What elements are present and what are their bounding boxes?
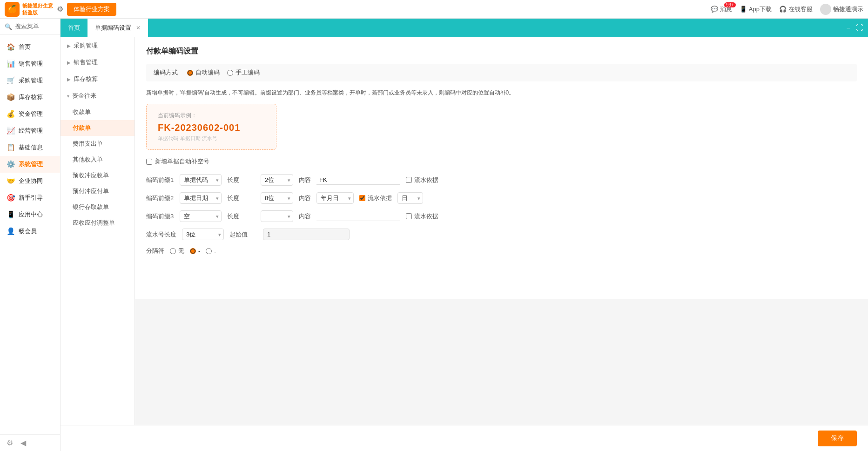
prefix3-serial-check[interactable] [406, 213, 412, 219]
prefix2-select[interactable]: 单据日期 部门 业务员 空 [180, 192, 222, 204]
manual-encoding-radio[interactable] [227, 70, 233, 76]
submenu-item-receipt[interactable]: 收款单 [61, 104, 135, 120]
prefix1-select[interactable]: 单据代码 部门 业务员 空 [180, 174, 222, 186]
prefix1-length-select[interactable]: 2位 3位 4位 [261, 174, 293, 186]
sidebar-item-sales[interactable]: 📊 销售管理 [0, 55, 60, 72]
guide-icon: 🎯 [7, 194, 15, 202]
submenu-item-payment[interactable]: 付款单 [61, 120, 135, 136]
sidebar-nav: 🏠 首页 📊 销售管理 🛒 采购管理 📦 库存核算 💰 资金管理 📈 经 [0, 35, 60, 434]
separator-row: 分隔符 无 - . [146, 247, 857, 255]
prefix3-content-input[interactable] [316, 212, 400, 221]
preview-desc: 单据代码-单据日期-流水号 [158, 135, 265, 142]
sep-dot-radio[interactable] [206, 248, 212, 254]
sidebar-item-finance[interactable]: 💰 资金管理 [0, 106, 60, 122]
submenu-group-purchase: ▶ 采购管理 [61, 37, 135, 54]
auto-encoding-option[interactable]: 自动编码 [187, 68, 220, 77]
page-title: 付款单编码设置 [146, 47, 857, 56]
prefix1-content-input[interactable] [316, 175, 400, 185]
prefix2-length-select[interactable]: 8位 6位 4位 [261, 192, 293, 204]
serial-start-input[interactable] [263, 229, 350, 240]
submenu-item-expense[interactable]: 费用支出单 [61, 136, 135, 152]
sep-dash-option[interactable]: - [190, 248, 200, 255]
prefix1-label: 编码前缀1 [146, 176, 174, 184]
minimize-icon[interactable]: － [845, 23, 852, 33]
prefix1-serial-checkbox[interactable]: 流水依据 [406, 176, 438, 184]
prefix1-length-label: 长度 [227, 176, 255, 184]
sep-none-radio[interactable] [170, 248, 176, 254]
manual-encoding-option[interactable]: 手工编码 [227, 68, 260, 77]
finance-icon: 💰 [7, 110, 15, 118]
tab-close-icon[interactable]: ✕ [136, 25, 141, 31]
encoding-method-row: 编码方式 自动编码 手工编码 [146, 64, 857, 81]
prefix2-serial-check[interactable] [359, 195, 365, 201]
topbar-right: 💬 消息 99+ 📱 App下载 🎧 在线客服 畅捷通演示 [711, 4, 863, 15]
prefix3-serial-checkbox[interactable]: 流水依据 [406, 212, 438, 221]
sidebar-item-operations[interactable]: 📈 经营管理 [0, 122, 60, 139]
prefix1-length-wrapper: 2位 3位 4位 [261, 174, 293, 186]
sidebar-item-base[interactable]: 📋 基础信息 [0, 139, 60, 156]
service-button[interactable]: 🎧 在线客服 [779, 5, 813, 13]
arrow-icon: ▶ [67, 60, 71, 65]
sidebar-item-home[interactable]: 🏠 首页 [0, 39, 60, 55]
submenu-funds-title[interactable]: ▾ 资金往来 [61, 88, 135, 104]
topbar-nav: ⚙ [57, 5, 63, 13]
prefix1-serial-check[interactable] [406, 177, 412, 183]
sep-dot-option[interactable]: . [206, 248, 216, 255]
serial-start-label: 起始值 [229, 230, 257, 239]
gear-icon[interactable]: ⚙ [57, 5, 63, 13]
submenu-group-funds: ▾ 资金往来 收款单 付款单 费用支出单 其他收入单 预收冲应收单 预付冲应付单… [61, 88, 135, 231]
trial-button[interactable]: 体验行业方案 [67, 3, 116, 16]
prefix3-length-select[interactable] [261, 210, 293, 222]
message-button[interactable]: 💬 消息 99+ [711, 5, 732, 13]
submenu-inventory-title[interactable]: ▶ 库存核算 [61, 71, 135, 88]
submenu-item-prepay-recv[interactable]: 预收冲应收单 [61, 168, 135, 183]
save-button[interactable]: 保存 [818, 431, 857, 446]
submenu-item-prepay-pay[interactable]: 预付冲应付单 [61, 183, 135, 199]
sidebar-item-guide[interactable]: 🎯 新手引导 [0, 189, 60, 206]
separator-label: 分隔符 [146, 247, 164, 255]
inner-layout: ▶ 采购管理 ▶ 销售管理 ▶ 库存核算 [61, 37, 868, 451]
prefix2-period-wrapper: 日 月 年 [397, 192, 423, 204]
auto-encoding-radio[interactable] [187, 70, 193, 76]
sidebar-item-company[interactable]: 🤝 企业协同 [0, 173, 60, 189]
prefix2-content-label: 内容 [299, 194, 311, 202]
arrow-icon: ▶ [67, 77, 71, 82]
purchase-icon: 🛒 [7, 76, 15, 85]
submenu-item-ap-adjust[interactable]: 应收应付调整单 [61, 215, 135, 231]
submenu-sales-title[interactable]: ▶ 销售管理 [61, 54, 135, 71]
prefix2-length-label: 长度 [227, 194, 255, 202]
tab-home[interactable]: 首页 [61, 19, 87, 37]
tabs: 首页 单据编码设置 ✕ － ⛶ [61, 19, 868, 37]
prefix3-label: 编码前缀3 [146, 212, 174, 221]
sidebar-item-system[interactable]: ⚙️ 系统管理 [0, 156, 60, 173]
topbar-left: 🍊 畅捷通好生意 搭盈版 ⚙ 体验行业方案 [5, 2, 116, 17]
user-info[interactable]: 畅捷通演示 [820, 4, 863, 15]
prefix2-serial-checkbox[interactable]: 流水依据 [359, 194, 392, 202]
prefix2-content-select[interactable]: 年月日 年月 年 [316, 192, 354, 204]
topbar: 🍊 畅捷通好生意 搭盈版 ⚙ 体验行业方案 💬 消息 99+ 📱 App下载 🎧… [0, 0, 868, 19]
message-badge: 99+ [724, 2, 736, 7]
main-layout: 🔍 搜索菜单 🏠 首页 📊 销售管理 🛒 采购管理 📦 库存核算 💰 [0, 19, 868, 451]
app-download-button[interactable]: 📱 App下载 [740, 5, 772, 13]
sidebar-item-inventory[interactable]: 📦 库存核算 [0, 89, 60, 106]
system-icon: ⚙️ [7, 160, 15, 168]
sep-none-option[interactable]: 无 [170, 247, 184, 255]
submenu-purchase-title[interactable]: ▶ 采购管理 [61, 37, 135, 54]
sidebar-item-member[interactable]: 👤 畅会员 [0, 223, 60, 240]
search-menu[interactable]: 🔍 搜索菜单 [0, 19, 60, 35]
maximize-icon[interactable]: ⛶ [856, 24, 863, 32]
submenu-item-other-income[interactable]: 其他收入单 [61, 152, 135, 168]
tab-encoding[interactable]: 单据编码设置 ✕ [87, 19, 148, 37]
collapse-icon[interactable]: ◀ [20, 438, 26, 447]
prefix2-period-select[interactable]: 日 月 年 [397, 192, 423, 204]
sidebar-item-apps[interactable]: 📱 应用中心 [0, 206, 60, 223]
encoding-method-label: 编码方式 [154, 68, 178, 77]
serial-length-select[interactable]: 3位 4位 5位 [182, 229, 224, 240]
auto-fill-checkbox[interactable] [146, 159, 152, 165]
prefix3-select[interactable]: 空 单据代码 部门 业务员 [180, 210, 222, 222]
settings-bottom-icon[interactable]: ⚙ [7, 438, 13, 447]
sep-dash-radio[interactable] [190, 248, 196, 254]
sidebar-item-purchase[interactable]: 🛒 采购管理 [0, 72, 60, 89]
operations-icon: 📈 [7, 127, 15, 135]
submenu-item-bank[interactable]: 银行存取款单 [61, 199, 135, 215]
